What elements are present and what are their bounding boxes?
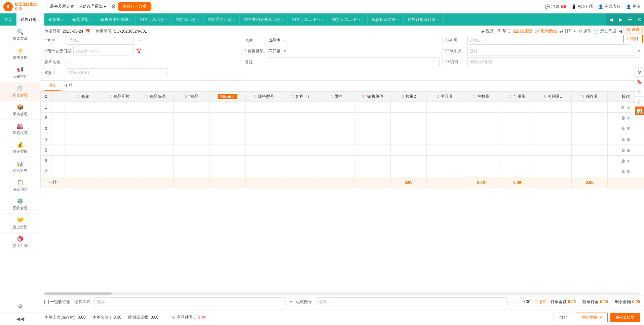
sidebar-item-sales[interactable]: 🛒 销售管理 bbox=[0, 82, 40, 101]
close-icon[interactable]: × bbox=[62, 18, 64, 22]
tab-sales-return[interactable]: 销货退货 × bbox=[68, 13, 96, 26]
sidebar-item-basic-info[interactable]: 📋 基础信息 bbox=[0, 176, 40, 195]
row-delete-icon[interactable]: 🗑 bbox=[621, 137, 626, 142]
customer-input[interactable] bbox=[67, 36, 134, 45]
sidebar-item-search[interactable]: 🔍 搜索菜单 bbox=[0, 26, 40, 44]
online-service-item[interactable]: 👤 在线客服 bbox=[598, 4, 621, 9]
row-copy-icon[interactable]: ⊞ bbox=[627, 137, 630, 142]
sidebar-item-settings[interactable]: ⚙ bbox=[0, 300, 40, 313]
row-delete-icon[interactable]: 🗑 bbox=[621, 169, 626, 174]
system-title[interactable]: 装备及固定资产辅助管理系统 ▾ bbox=[47, 2, 109, 11]
close-icon[interactable]: × bbox=[90, 18, 92, 22]
row-copy-icon[interactable]: ⊞ bbox=[627, 169, 630, 174]
close-icon[interactable]: × bbox=[130, 18, 132, 22]
close-icon[interactable]: × bbox=[437, 18, 439, 22]
close-icon[interactable]: × bbox=[165, 18, 167, 22]
tab-order-stats[interactable]: 销售订单统计表 × bbox=[404, 13, 444, 26]
tab-return-history[interactable]: 销货退货历史 × bbox=[204, 13, 240, 26]
nav-close-button[interactable]: ✕ bbox=[635, 13, 644, 26]
close-icon[interactable]: × bbox=[281, 18, 283, 22]
row-delete-icon[interactable]: 🗑 bbox=[621, 116, 626, 120]
close-icon[interactable]: × bbox=[197, 18, 199, 22]
float-btn-1[interactable]: ⊙ bbox=[635, 67, 644, 77]
onestep-checkbox[interactable]: 一键收订金 bbox=[44, 299, 70, 305]
operation-button[interactable]: ⚙ 操作 bbox=[578, 28, 591, 34]
help-button[interactable]: ❓ 帮助 bbox=[496, 28, 510, 34]
tab-home[interactable]: 首页 bbox=[0, 13, 16, 26]
sidebar-item-quick-nav[interactable]: ⚡ 快捷导航 bbox=[0, 44, 40, 63]
customer-dots[interactable]: ··· bbox=[136, 38, 143, 43]
close-icon[interactable]: × bbox=[321, 18, 324, 22]
onestep-checkbox-input[interactable] bbox=[44, 300, 49, 304]
float-btn-3[interactable]: ✏ bbox=[635, 87, 644, 96]
a-project-input[interactable] bbox=[467, 57, 640, 66]
tab-sales-expense-split[interactable]: 销售费用分摊单 × bbox=[96, 13, 136, 26]
row-copy-icon[interactable]: ⊞ bbox=[627, 148, 630, 153]
scrollbar-thumb[interactable] bbox=[44, 292, 112, 295]
row-delete-icon[interactable]: 🗑 bbox=[621, 148, 626, 153]
row-copy-icon[interactable]: ⊞ bbox=[627, 116, 630, 120]
tab-expense-history[interactable]: 销售费用分摊单历史 × bbox=[240, 13, 288, 26]
tab-summary[interactable]: 汇总 bbox=[61, 81, 77, 91]
sidebar-item-system[interactable]: ⚙️ 系统管理 bbox=[0, 195, 40, 214]
row-delete-icon[interactable]: 🗑 bbox=[621, 159, 626, 163]
save-draft-button[interactable]: 保存草稿 ▾ bbox=[576, 313, 608, 322]
discard-button[interactable]: 放弃 bbox=[554, 313, 573, 322]
account-dots[interactable]: ··· bbox=[512, 299, 519, 304]
profit-button[interactable]: 📈 毛利预估 bbox=[535, 28, 557, 34]
prev-record-icon[interactable]: ◀ bbox=[619, 29, 622, 34]
sidebar-item-guide[interactable]: 🎯 新手引导 bbox=[0, 233, 40, 251]
shortcut-button[interactable]: ⌨ 快捷键 bbox=[513, 28, 532, 34]
setting-float-button[interactable]: ⚙ 设置 bbox=[623, 26, 643, 34]
close-icon[interactable]: × bbox=[233, 18, 235, 22]
save-draft-dropdown-icon[interactable]: ▾ bbox=[600, 315, 602, 320]
note-input[interactable] bbox=[267, 57, 440, 66]
row-copy-icon[interactable]: ⊞ bbox=[627, 159, 630, 163]
tab-daily-workbench[interactable]: 钱货日清工作台 × bbox=[328, 13, 368, 26]
save-new-button[interactable]: 保存&新增 bbox=[610, 313, 640, 322]
tab-daily-reconcile[interactable]: 钱货日清对账 × bbox=[368, 13, 404, 26]
view-button[interactable]: ▶ 视频 bbox=[482, 28, 494, 34]
sidebar-item-marketing[interactable]: 📢 营销推广 bbox=[0, 63, 40, 82]
app-download-item[interactable]: 📱 App下载 bbox=[571, 4, 593, 9]
add-material-button[interactable]: + 物料 bbox=[623, 35, 643, 43]
sidebar-item-operations[interactable]: 📊 经营管理 bbox=[0, 157, 40, 176]
history-button[interactable]: 📄 历史单据 bbox=[594, 28, 616, 34]
sidebar-item-collapse[interactable]: ◀◀ bbox=[0, 313, 40, 325]
tab-order-workbench[interactable]: 销售订单工作台 × bbox=[288, 13, 328, 26]
nav-next-button[interactable]: ▶ bbox=[616, 13, 625, 26]
tab-goods-history[interactable]: 销货单历史 × bbox=[172, 13, 204, 26]
message-item[interactable]: 💬 消息 9 bbox=[545, 4, 566, 9]
tab-sales-goods[interactable]: 销货单 × bbox=[44, 13, 68, 26]
account-input[interactable] bbox=[316, 297, 507, 306]
col-header-scan[interactable]: 扫码录入 bbox=[210, 92, 246, 102]
delivery-date-input[interactable] bbox=[73, 47, 134, 55]
date-picker-icon[interactable]: 📅 bbox=[136, 48, 142, 54]
calendar-icon[interactable]: 📅 bbox=[85, 29, 90, 34]
tab-sales-order[interactable]: 销售订单 × bbox=[16, 13, 44, 26]
address-dots[interactable]: ··· bbox=[67, 59, 73, 65]
float-btn-4[interactable]: ☆ bbox=[635, 96, 644, 106]
row-copy-icon[interactable]: ⊞ bbox=[627, 105, 631, 110]
row-delete-icon[interactable]: 🗑 bbox=[621, 126, 626, 131]
close-icon[interactable]: × bbox=[38, 18, 40, 22]
table-scroll-wrapper[interactable]: ⚙ ⇅ 仓库 ⇅ 商品图片 ⇅ 商品编码 ⇅ *商品 扫码录入 ⇅ 规格型号 ⇅… bbox=[40, 91, 644, 292]
gear-icon[interactable]: ⚙ bbox=[111, 3, 116, 10]
float-btn-5-orange[interactable]: 📊 bbox=[635, 106, 644, 116]
warehouse-dots[interactable]: ··· bbox=[282, 38, 289, 43]
salesperson-input[interactable] bbox=[467, 36, 631, 45]
payment-dropdown-icon[interactable]: ▾ bbox=[290, 299, 292, 304]
b-project-input[interactable] bbox=[67, 68, 167, 77]
close-icon[interactable]: × bbox=[397, 18, 399, 22]
payment-method-input[interactable] bbox=[94, 297, 286, 306]
print-button[interactable]: 🖨 打印 ▾ bbox=[560, 28, 576, 34]
float-btn-2[interactable]: 🔖 bbox=[635, 77, 644, 86]
close-icon[interactable]: × bbox=[362, 18, 364, 22]
row-delete-icon[interactable]: 🗑 bbox=[621, 105, 625, 110]
solution-button[interactable]: 体验行业方案 bbox=[118, 2, 151, 11]
tab-order-history[interactable]: 销售订单历史 × bbox=[136, 13, 172, 26]
sidebar-item-purchase[interactable]: 📦 采购管理 bbox=[0, 101, 40, 120]
sidebar-item-finance[interactable]: 💰 资金管理 bbox=[0, 138, 40, 157]
add-payment-button[interactable]: ⊕ 添加 bbox=[534, 299, 546, 305]
user-item[interactable]: 👤 用友 bbox=[626, 4, 641, 9]
